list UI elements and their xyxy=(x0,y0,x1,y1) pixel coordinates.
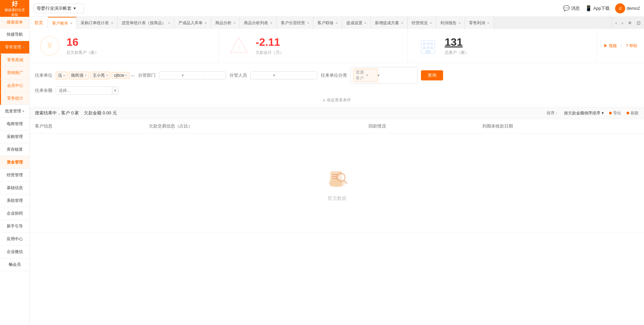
refresh-button[interactable]: 刷新 xyxy=(627,110,639,116)
close-icon[interactable]: × xyxy=(270,21,272,25)
close-icon[interactable]: × xyxy=(336,21,338,25)
sidebar-item-enterprise[interactable]: 企业协同 xyxy=(0,207,29,220)
close-icon[interactable]: × xyxy=(459,21,461,25)
close-icon[interactable]: × xyxy=(487,21,489,25)
export-button[interactable]: 导出 xyxy=(609,110,621,116)
close-icon[interactable]: × xyxy=(111,21,113,25)
department-more-icon: ··· xyxy=(203,73,223,77)
tab-profit-report[interactable]: 利润报告 × xyxy=(436,17,465,29)
tab-customer-contact[interactable]: 客户联络 × xyxy=(313,17,342,29)
tab-instock-stats-label: 进货单统计表（按商品） xyxy=(122,20,166,26)
person-select[interactable]: ▾ ··· xyxy=(250,71,317,79)
search-menu-label[interactable]: 搜索菜单 xyxy=(2,20,27,25)
more-tags-button[interactable]: ··· xyxy=(131,73,135,78)
balance-input[interactable] xyxy=(56,87,112,94)
refresh-dot-icon xyxy=(627,112,629,114)
message-button[interactable]: 💬 消息 xyxy=(563,5,580,11)
results-info: 搜索结果中，客户 0 家 欠款金额 0.00 元 xyxy=(35,110,117,116)
avatar: d xyxy=(615,3,625,13)
tab-prev-icon[interactable]: ‹ xyxy=(614,20,618,26)
logo-sub: 标版 xyxy=(11,12,18,17)
user-menu-button[interactable]: d demo2 xyxy=(615,3,640,13)
close-icon[interactable]: × xyxy=(430,21,432,25)
sidebar-item-system[interactable]: 系统管理 xyxy=(0,194,29,207)
filter-area: 往来单位 伍 × 陈民强 × 王小亮 × cjttcw xyxy=(30,63,644,107)
tab-customer-ledger-label: 客户账本 xyxy=(52,21,68,26)
tab-maximize-icon[interactable]: ⊡ xyxy=(635,20,642,26)
tab-customer-tier[interactable]: 客户分层经营 × xyxy=(277,17,313,29)
svg-rect-11 xyxy=(425,50,431,53)
total-customers-label: 总客户（家） xyxy=(445,50,587,56)
app-logo: 好 畅捷通好生意 标版 xyxy=(0,0,29,17)
tab-next-icon[interactable]: › xyxy=(620,20,625,26)
help-link[interactable]: ? 帮助 xyxy=(626,43,637,49)
tag-wu-close[interactable]: × xyxy=(63,73,65,77)
department-select[interactable]: ▾ ··· xyxy=(159,71,226,79)
tab-retail-profit[interactable]: 零售利润 × xyxy=(465,17,493,29)
query-button[interactable]: 查询 xyxy=(421,70,443,80)
sidebar-item-retail[interactable]: 零售管理 ▾ xyxy=(0,41,29,54)
sidebar-item-member2[interactable]: 畅会员 xyxy=(0,258,29,271)
person-more-icon: ··· xyxy=(294,73,314,77)
tab-purchase-order[interactable]: 采购订单统计表 × xyxy=(77,17,117,29)
sidebar-search[interactable]: 搜索菜单 xyxy=(0,17,29,28)
sidebar-item-basic-info[interactable]: 基础信息 xyxy=(0,182,29,194)
sidebar-item-retail-mall[interactable]: 零售商城 xyxy=(0,54,29,67)
video-link[interactable]: ▶ 视频 xyxy=(604,43,617,49)
close-icon[interactable]: × xyxy=(205,21,207,25)
close-icon[interactable]: × xyxy=(307,21,309,25)
tab-product-analysis[interactable]: 商品分析 × xyxy=(211,17,240,29)
tab-product-list[interactable]: 商品分析列表 × xyxy=(240,17,276,29)
sidebar-item-inventory[interactable]: 库存核算 xyxy=(0,143,29,156)
svg-rect-7 xyxy=(430,42,433,45)
tag-wang-close[interactable]: × xyxy=(106,73,108,77)
tag-chen-close[interactable]: × xyxy=(84,73,86,77)
close-icon[interactable]: × xyxy=(364,21,367,25)
tab-new-commission[interactable]: 新增提成方案 × xyxy=(371,17,407,29)
tab-product-inbound[interactable]: 产成品入库单 × xyxy=(174,17,211,29)
tab-product-analysis-label: 商品分析 xyxy=(215,20,231,26)
sidebar-item-purchase[interactable]: 采购管理 xyxy=(0,131,29,143)
close-icon[interactable]: × xyxy=(233,21,235,25)
balance-dropdown-icon[interactable]: ▾ xyxy=(112,87,118,94)
sidebar-item-ecommerce[interactable]: 电商管理 xyxy=(0,118,29,131)
collapse-button[interactable]: ∧ 收起更多条件 xyxy=(35,97,639,103)
close-icon[interactable]: × xyxy=(168,21,170,25)
table-row: 暂无数据 xyxy=(30,134,644,233)
tab-product-list-label: 商品分析列表 xyxy=(244,20,268,26)
app-download-button[interactable]: 📱 App下载 xyxy=(585,5,610,11)
table-header-row: 客户信息 欠款交易信息（占比） 回款情况 到期未收款日期 xyxy=(30,119,644,134)
tab-home[interactable]: 首页 xyxy=(30,17,48,29)
close-icon[interactable]: × xyxy=(70,21,72,25)
sidebar-item-app-center[interactable]: 应用中心 xyxy=(0,233,29,246)
divider: | xyxy=(621,43,622,49)
sidebar-item-newbie[interactable]: 新手引导 xyxy=(0,220,29,233)
tab-operations[interactable]: 经营情况 × xyxy=(407,17,436,29)
store-selector[interactable]: 母婴行业演示帐套 ▾ xyxy=(34,4,84,13)
tab-retail-profit-label: 零售利润 xyxy=(469,20,485,26)
tab-close-all-icon[interactable]: ✕ xyxy=(627,20,633,26)
sidebar-item-operations[interactable]: 经营管理 xyxy=(0,169,29,182)
tab-instock-stats[interactable]: 进货单统计表（按商品） × xyxy=(118,17,174,29)
tag-chen: 陈民强 × xyxy=(69,72,89,79)
sidebar-item-wholesale[interactable]: 批发管理 ▾ xyxy=(0,105,29,118)
close-icon[interactable]: × xyxy=(401,21,403,25)
sort-select[interactable]: 按欠款金额倒序排序 ▾ xyxy=(564,110,604,116)
tab-customer-ledger[interactable]: 客户账本 × xyxy=(48,17,77,29)
summary-card-debt-customers: ¥ 16 总欠款客户（家） xyxy=(30,29,219,63)
sidebar-item-wechat[interactable]: 企业微信 xyxy=(0,246,29,258)
svg-text:¥: ¥ xyxy=(47,40,52,50)
tag-cjttcw-close[interactable]: × xyxy=(125,73,127,77)
tag-cjttcw: cjttcw × xyxy=(112,72,129,79)
question-icon: ? xyxy=(626,43,629,48)
sidebar-item-marketing[interactable]: 营销推广 xyxy=(0,67,29,79)
sidebar-item-retail-stats[interactable]: 零售统计 xyxy=(0,92,29,105)
sidebar-item-finance[interactable]: 资金管理 xyxy=(0,156,29,169)
sidebar-item-quick-nav[interactable]: 快捷导航 xyxy=(0,28,29,41)
results-count-prefix: 搜索结果中，客户 xyxy=(35,110,70,115)
category-tag-close[interactable]: × xyxy=(366,73,375,78)
sidebar-item-member[interactable]: 会员中心 xyxy=(0,79,29,92)
empty-text: 暂无数据 xyxy=(328,195,346,202)
tab-commission-settings[interactable]: 提成设置 × xyxy=(342,17,371,29)
category-select[interactable]: 普通客户 × ▾ xyxy=(350,67,418,84)
